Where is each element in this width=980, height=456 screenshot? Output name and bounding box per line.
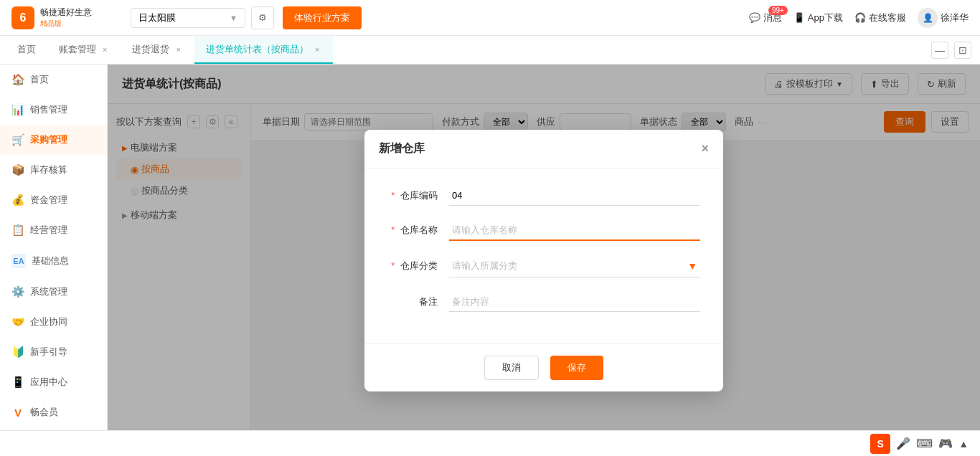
tab-maximize-btn[interactable]: ⊡ xyxy=(954,42,971,59)
trial-button[interactable]: 体验行业方案 xyxy=(283,6,362,29)
sidebar-item-app-center[interactable]: 📱 应用中心 xyxy=(0,367,107,397)
logo-text-block: 畅捷通好生意 精品版 xyxy=(40,6,92,29)
up-arrow-icon[interactable]: ▲ xyxy=(958,438,969,450)
tab-purchase-stats-close[interactable]: × xyxy=(313,44,321,54)
tab-bar-actions: — ⊡ xyxy=(931,36,974,64)
tab-home[interactable]: 首页 xyxy=(6,36,47,64)
headset-icon: 🎧 xyxy=(854,12,866,23)
online-service-item[interactable]: 🎧 在线客服 xyxy=(854,11,906,24)
warehouse-name-input[interactable] xyxy=(449,220,700,241)
tab-account-label: 账套管理 xyxy=(59,43,96,56)
bottom-status-bar: S 🎤 ⌨ 🎮 ▲ xyxy=(0,430,980,456)
app-download-label: App下载 xyxy=(808,11,843,24)
new-warehouse-dialog: 新增仓库 × * 仓库编码 * xyxy=(364,130,723,391)
sidebar-item-home[interactable]: 🏠 首页 xyxy=(0,65,107,95)
sidebar: 🏠 首页 📊 销售管理 🛒 采购管理 📦 库存核算 💰 资金管理 📋 经营管理 … xyxy=(0,65,108,456)
cancel-button[interactable]: 取消 xyxy=(484,356,539,380)
keyboard-icon[interactable]: ⌨ xyxy=(916,437,933,450)
gear-icon: ⚙ xyxy=(258,12,267,23)
warehouse-category-row: * 仓库分类 请输入所属分类 ▼ xyxy=(387,255,700,277)
logo-area: 6 畅捷通好生意 精品版 xyxy=(11,6,119,29)
category-placeholder: 请输入所属分类 xyxy=(452,260,517,272)
sidebar-item-beginner[interactable]: 🔰 新手引导 xyxy=(0,337,107,367)
phone-icon: 📱 xyxy=(793,12,805,23)
dialog-header: 新增仓库 × xyxy=(364,130,723,168)
message-icon: 💬 xyxy=(749,12,760,23)
logo-app-name: 畅捷通好生意 xyxy=(40,6,92,19)
tab-minimize-btn[interactable]: — xyxy=(931,42,948,59)
tab-home-label: 首页 xyxy=(17,43,36,56)
dialog-title: 新增仓库 xyxy=(379,141,425,156)
sidebar-system-label: 系统管理 xyxy=(30,285,67,298)
system-icon: ⚙️ xyxy=(11,285,24,298)
tab-account[interactable]: 账套管理 × xyxy=(47,36,121,64)
tab-purchase-stats[interactable]: 进货单统计表（按商品） × xyxy=(194,36,333,64)
tab-account-close[interactable]: × xyxy=(100,44,109,54)
inventory-icon: 📦 xyxy=(11,163,24,176)
store-selector[interactable]: 日太阳膜 ▼ xyxy=(131,8,245,28)
gamepad-icon[interactable]: 🎮 xyxy=(938,437,953,450)
top-header: 6 畅捷通好生意 精品版 日太阳膜 ▼ ⚙ 体验行业方案 💬 消息 99+ 📱 … xyxy=(0,0,980,36)
basic-info-icon: EA xyxy=(11,254,26,268)
sidebar-operation-label: 经营管理 xyxy=(30,224,67,237)
name-required-star: * xyxy=(391,224,395,235)
logo-icon: 6 xyxy=(11,6,34,29)
warehouse-category-select[interactable]: 请输入所属分类 ▼ xyxy=(449,255,700,277)
home-icon: 🏠 xyxy=(11,73,24,86)
app-download-item[interactable]: 📱 App下载 xyxy=(793,11,843,24)
sidebar-app-center-label: 应用中心 xyxy=(30,376,67,389)
sidebar-item-purchase[interactable]: 🛒 采购管理 xyxy=(0,125,107,155)
store-dropdown-icon: ▼ xyxy=(230,14,237,22)
category-dropdown-icon: ▼ xyxy=(687,260,697,272)
dialog-footer: 取消 保存 xyxy=(364,343,723,391)
sidebar-purchase-label: 采购管理 xyxy=(30,133,67,146)
warehouse-name-label: * 仓库名称 xyxy=(387,224,438,237)
sidebar-item-operation[interactable]: 📋 经营管理 xyxy=(0,215,107,245)
sidebar-item-finance[interactable]: 💰 资金管理 xyxy=(0,185,107,215)
app-center-icon: 📱 xyxy=(11,376,24,389)
sidebar-inventory-label: 库存核算 xyxy=(30,163,67,176)
finance-icon: 💰 xyxy=(11,194,24,206)
sidebar-item-sales[interactable]: 📊 销售管理 xyxy=(0,95,107,125)
warehouse-name-row: * 仓库名称 xyxy=(387,220,700,241)
header-right: 💬 消息 99+ 📱 App下载 🎧 在线客服 👤 徐泽华 xyxy=(749,8,969,28)
sidebar-enterprise-label: 企业协同 xyxy=(30,315,67,328)
sidebar-item-system[interactable]: ⚙️ 系统管理 xyxy=(0,277,107,307)
tab-purchase-return-close[interactable]: × xyxy=(174,44,182,54)
sidebar-finance-label: 资金管理 xyxy=(30,194,67,206)
sales-icon: 📊 xyxy=(11,103,24,116)
sidebar-item-inventory[interactable]: 📦 库存核算 xyxy=(0,155,107,185)
gear-button[interactable]: ⚙ xyxy=(251,6,274,29)
sidebar-home-label: 首页 xyxy=(30,73,49,86)
sidebar-item-enterprise[interactable]: 🤝 企业协同 xyxy=(0,307,107,337)
enterprise-icon: 🤝 xyxy=(11,315,24,328)
tab-bar: 首页 账套管理 × 进货退货 × 进货单统计表（按商品） × — ⊡ xyxy=(0,36,980,65)
sidebar-member-label: 畅会员 xyxy=(30,406,58,419)
warehouse-remark-row: 备注 xyxy=(387,292,700,312)
tab-purchase-return[interactable]: 进货退货 × xyxy=(121,36,194,64)
main-layout: 🏠 首页 📊 销售管理 🛒 采购管理 📦 库存核算 💰 资金管理 📋 经营管理 … xyxy=(0,65,980,456)
sidebar-sales-label: 销售管理 xyxy=(30,103,67,116)
dialog-close-button[interactable]: × xyxy=(701,142,709,155)
warehouse-code-row: * 仓库编码 xyxy=(387,186,700,206)
message-badge: 99+ xyxy=(768,6,788,15)
sidebar-item-basic-info[interactable]: EA 基础信息 xyxy=(0,245,107,277)
s-button[interactable]: S xyxy=(870,434,890,454)
mic-icon[interactable]: 🎤 xyxy=(896,437,910,450)
save-button[interactable]: 保存 xyxy=(550,356,603,380)
content-area: 进货单统计(按商品) 🖨 按模板打印 ▼ ⬆ 导出 ↻ 刷新 xyxy=(108,65,980,456)
member-icon: V xyxy=(11,406,24,419)
warehouse-remark-label: 备注 xyxy=(387,295,438,308)
purchase-icon: 🛒 xyxy=(11,133,24,146)
warehouse-remark-input[interactable] xyxy=(449,292,700,312)
tab-purchase-return-label: 进货退货 xyxy=(132,43,169,56)
warehouse-code-input[interactable] xyxy=(449,186,700,206)
dialog-overlay: 新增仓库 × * 仓库编码 * xyxy=(108,65,980,456)
sidebar-item-member[interactable]: V 畅会员 xyxy=(0,397,107,427)
tab-purchase-stats-label: 进货单统计表（按商品） xyxy=(206,43,308,56)
message-item[interactable]: 💬 消息 99+ xyxy=(749,11,782,24)
category-required-star: * xyxy=(391,260,395,271)
dialog-body: * 仓库编码 * 仓库名称 xyxy=(364,168,723,343)
online-service-label: 在线客服 xyxy=(869,11,906,24)
user-item[interactable]: 👤 徐泽华 xyxy=(918,8,969,28)
